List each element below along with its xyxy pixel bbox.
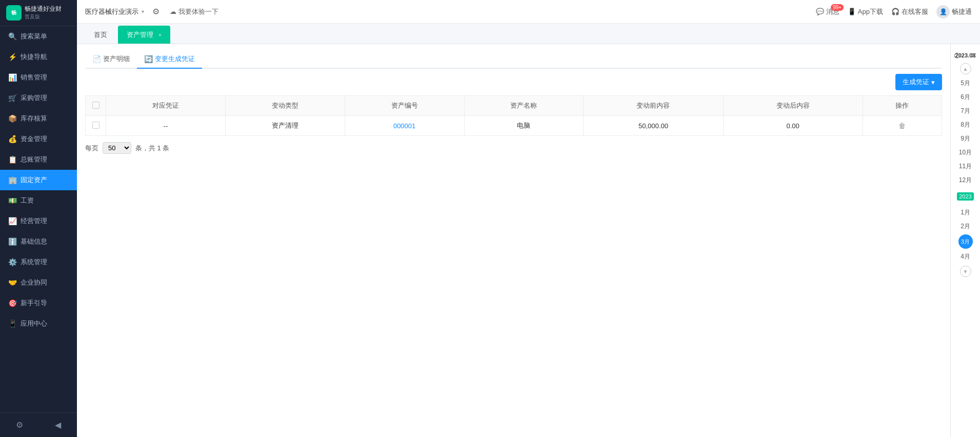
sidebar-item-finance[interactable]: 💰 资金管理 [0,129,77,149]
col-asset-name: 资产名称 [464,96,584,116]
sidebar-item-sales[interactable]: 📊 销售管理 [0,67,77,88]
change-voucher-table: 对应凭证 变动类型 资产编号 资产名称 [85,95,942,136]
cell-before: 50,000.00 [584,116,723,136]
sidebar-item-newguide[interactable]: 🎯 新手引导 [0,293,77,313]
doc-icon: 📄 [92,55,101,63]
select-all-checkbox[interactable] [92,102,99,109]
cloud-icon: ☁ [170,8,176,15]
app-icon: 📱 [848,8,856,15]
cell-asset-name: 电脑 [464,116,584,136]
timeline-3-active[interactable]: 3月 [958,234,973,249]
message-button[interactable]: 💬 消息 99+ [816,7,839,16]
cell-change-type: 资产清理 [225,116,345,136]
sidebar-item-salary[interactable]: 💵 工资 [0,190,77,211]
year-2023-badge: 2023 [957,192,973,201]
page-size-select[interactable]: 10 20 50 100 [103,142,131,154]
cell-action[interactable]: 🗑 [863,116,942,136]
gear-icon: ⚙️ [8,258,16,266]
user-profile-button[interactable]: 👤 畅捷通 [936,5,972,18]
headset-icon: 🎧 [891,8,899,15]
row-checkbox-cell[interactable] [86,116,106,136]
sidebar-item-search[interactable]: 🔍 搜索菜单 [0,26,77,47]
service-button[interactable]: 🎧 在线客服 [891,7,928,16]
app-download-button[interactable]: 📱 App下载 [848,7,883,16]
company-selector[interactable]: 医疗器械行业演示 ▾ [85,7,144,16]
cell-asset-no[interactable]: 000001 [345,116,464,136]
right-panel: ⬡ 2023.03 ✕ ▲ 5月 6月 7月 8月 9月 10月 11月 12月… [950,44,980,437]
topbar-gear-icon[interactable]: ⚙ [150,5,162,18]
tab-asset-management[interactable]: 资产管理 × [118,26,170,44]
timeline-down-button[interactable]: ▼ [960,266,971,277]
delete-icon[interactable]: 🗑 [898,122,906,130]
subtab-change-voucher[interactable]: 🔄 变更生成凭证 [137,50,202,69]
collapse-button[interactable]: ◀ [51,418,65,432]
cell-voucher: -- [106,116,226,136]
logo-text: 畅捷通好业财 普及版 [25,5,62,21]
timeline-up-button[interactable]: ▲ [960,63,971,74]
select-all-header[interactable] [86,96,106,116]
trend-icon: 📈 [8,217,16,225]
expand-icon[interactable]: ⬡ [954,51,960,59]
close-icon[interactable]: ✕ [971,51,977,59]
timeline-7[interactable]: 7月 [951,104,980,118]
sidebar-item-ledger[interactable]: 📋 总账管理 [0,149,77,170]
timeline-2[interactable]: 2月 [951,220,980,233]
tab-home[interactable]: 首页 [85,26,116,44]
row-checkbox[interactable] [92,122,99,129]
col-action: 操作 [863,96,942,116]
table-toolbar: 生成凭证 ▾ [85,69,942,95]
col-asset-no: 资产编号 [345,96,464,116]
generate-voucher-button[interactable]: 生成凭证 ▾ [895,74,942,90]
message-icon: 💬 [816,8,824,15]
timeline-5[interactable]: 5月 [951,76,980,90]
ledger-icon: 📋 [8,155,16,164]
timeline-11[interactable]: 11月 [951,160,980,173]
col-change-type: 变动类型 [225,96,345,116]
timeline-9[interactable]: 9月 [951,132,980,146]
sidebar: 畅 畅捷通好业财 普及版 🔍 搜索菜单 ⚡ 快捷导航 📊 销售管理 🛒 采购管理… [0,0,77,437]
tab-close-icon[interactable]: × [158,32,162,38]
content-area: 📄 资产明细 🔄 变更生成凭证 生成凭证 ▾ [77,44,950,437]
nav-tabs: 首页 资产管理 × [77,24,980,44]
box-icon: 📦 [8,114,16,123]
logo-icon: 畅 [6,5,22,21]
phone-icon: 📱 [8,320,16,328]
experience-button[interactable]: ☁ 我要体验一下 [170,7,218,16]
sidebar-item-inventory[interactable]: 📦 库存核算 [0,108,77,129]
table-row: -- 资产清理 000001 电脑 50,000.00 0.00 🗑 [86,116,942,136]
sub-tabs: 📄 资产明细 🔄 变更生成凭证 [85,50,942,69]
salary-icon: 💵 [8,196,16,205]
timeline-1[interactable]: 1月 [951,206,980,220]
building-icon: 🏢 [8,176,16,184]
sidebar-logo: 畅 畅捷通好业财 普及版 [0,0,77,26]
topbar: 医疗器械行业演示 ▾ ⚙ ☁ 我要体验一下 💬 消息 99+ 📱 App下载 🎧… [77,0,980,24]
sidebar-nav: 🔍 搜索菜单 ⚡ 快捷导航 📊 销售管理 🛒 采购管理 📦 库存核算 💰 资金管… [0,26,77,412]
settings-button[interactable]: ⚙ [12,418,27,432]
timeline-12[interactable]: 12月 [951,173,980,187]
avatar: 👤 [936,5,950,18]
timeline-4[interactable]: 4月 [951,250,980,264]
message-badge: 99+ [831,4,844,11]
sidebar-item-quicknav[interactable]: ⚡ 快捷导航 [0,47,77,67]
lightning-icon: ⚡ [8,53,16,61]
sidebar-item-enterprise[interactable]: 🤝 企业协同 [0,272,77,293]
timeline-6[interactable]: 6月 [951,90,980,104]
sidebar-item-operations[interactable]: 📈 经营管理 [0,211,77,231]
sidebar-item-fixedasset[interactable]: 🏢 固定资产 [0,170,77,190]
search-icon: 🔍 [8,32,16,41]
sidebar-item-appcenter[interactable]: 📱 应用中心 [0,313,77,334]
table-container: 对应凭证 变动类型 资产编号 资产名称 [85,95,942,136]
sidebar-bottom: ⚙ ◀ [0,412,77,437]
subtab-asset-detail[interactable]: 📄 资产明细 [85,50,137,69]
timeline-10[interactable]: 10月 [951,146,980,160]
dropdown-icon: ▾ [931,78,935,86]
cart-icon: 🛒 [8,94,16,102]
timeline-8[interactable]: 8月 [951,118,980,132]
handshake-icon: 🤝 [8,279,16,287]
info-icon: ℹ️ [8,237,16,246]
col-voucher: 对应凭证 [106,96,226,116]
refresh-icon: 🔄 [144,55,153,63]
sidebar-item-purchase[interactable]: 🛒 采购管理 [0,88,77,108]
sidebar-item-basicinfo[interactable]: ℹ️ 基础信息 [0,231,77,252]
sidebar-item-sysmanage[interactable]: ⚙️ 系统管理 [0,252,77,272]
